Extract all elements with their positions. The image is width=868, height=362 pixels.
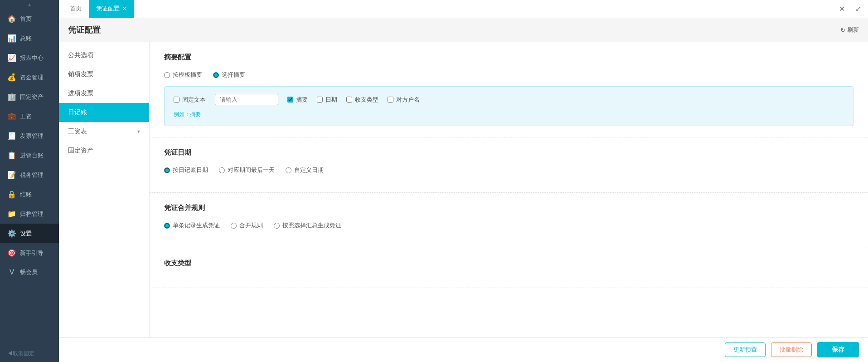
sidebar-item-label: 畅会员	[20, 268, 38, 276]
checkbox-income-type[interactable]: 收支类型	[346, 96, 378, 104]
chevron-down-icon: ▾	[137, 128, 140, 135]
tab-voucher-config-tab[interactable]: 凭证配置✕	[89, 0, 134, 18]
radio-custom-date[interactable]: 自定义日期	[286, 166, 324, 174]
checkbox-abstract[interactable]: 摘要	[287, 96, 308, 104]
left-nav: 公共选项销项发票进项发票日记账工资表▾固定资产	[59, 42, 150, 362]
sidebar-item-membership[interactable]: V 畅会员	[0, 263, 59, 282]
sidebar-item-fund-management[interactable]: 💰 资金管理	[0, 68, 59, 87]
checkbox-fixed-text[interactable]: 固定文本	[174, 96, 206, 104]
sidebar-item-purchase-sales[interactable]: 📋 进销台账	[0, 146, 59, 165]
guide-icon: 🎯	[7, 249, 16, 257]
summary-config-section: 摘要配置 按模板摘要选择摘要 固定文本摘要日期收支类型对方户名 例如：摘要	[150, 42, 868, 137]
voucher-merge-title: 凭证合并规则	[164, 204, 853, 212]
page-title: 凭证配置	[68, 24, 101, 35]
left-nav-item-payroll-table[interactable]: 工资表▾	[59, 122, 149, 141]
left-nav-label: 工资表	[68, 127, 87, 136]
close-window-button[interactable]: ✕	[835, 3, 848, 15]
sidebar: ▲ 🏠 首页 📊 总账 📈 报表中心 💰 资金管理 🏢 固定资产 💼 工资 🧾 …	[0, 0, 59, 362]
page-header: 凭证配置 ↻ 刷新	[59, 18, 868, 42]
tab-label: 凭证配置	[96, 5, 120, 13]
left-nav-item-sales-invoice[interactable]: 销项发票	[59, 65, 149, 84]
voucher-date-title: 凭证日期	[164, 148, 853, 157]
home-icon: 🏠	[7, 15, 16, 23]
summary-example: 例如：摘要	[174, 111, 844, 118]
settings-icon: ⚙️	[7, 229, 16, 238]
ledger-icon: 📊	[7, 34, 16, 43]
sidebar-item-label: 结账	[20, 191, 32, 199]
refresh-button[interactable]: ↻ 刷新	[840, 26, 859, 34]
voucher-merge-radio-group: 单条记录生成凭证合并规则按照选择汇总生成凭证	[164, 221, 853, 230]
sidebar-item-label: 设置	[20, 230, 32, 238]
batch-delete-button[interactable]: 批量删除	[771, 342, 812, 357]
sidebar-item-invoice-management[interactable]: 🧾 发票管理	[0, 126, 59, 146]
sidebar-item-archive-management[interactable]: 📁 归档管理	[0, 204, 59, 224]
sidebar-item-fixed-assets[interactable]: 🏢 固定资产	[0, 87, 59, 107]
sidebar-item-label: 归档管理	[20, 210, 44, 218]
radio-batch-generate[interactable]: 按照选择汇总生成凭证	[274, 221, 341, 230]
sidebar-item-label: 新手引导	[20, 249, 44, 257]
left-nav-item-public-options[interactable]: 公共选项	[59, 46, 149, 65]
sidebar-item-home[interactable]: 🏠 首页	[0, 9, 59, 29]
sidebar-item-report-center[interactable]: 📈 报表中心	[0, 48, 59, 68]
sidebar-item-label: 固定资产	[20, 93, 44, 101]
tax-management-icon: 📝	[7, 171, 16, 179]
sidebar-item-closing[interactable]: 🔒 结账	[0, 185, 59, 204]
page-content: 凭证配置 ↻ 刷新 公共选项销项发票进项发票日记账工资表▾固定资产 摘要配置 按…	[59, 18, 868, 362]
summary-config-title: 摘要配置	[164, 53, 853, 62]
radio-merge-rules[interactable]: 合并规则	[231, 221, 263, 230]
update-preview-button[interactable]: 更新预置	[725, 342, 766, 357]
left-nav-label: 固定资产	[68, 147, 93, 155]
right-content: 摘要配置 按模板摘要选择摘要 固定文本摘要日期收支类型对方户名 例如：摘要 凭证…	[150, 42, 868, 362]
left-nav-item-fixed-assets-nav[interactable]: 固定资产	[59, 141, 149, 160]
sidebar-item-tax-management[interactable]: 📝 税务管理	[0, 165, 59, 185]
left-nav-label: 日记账	[68, 108, 87, 117]
radio-last-day-of-period[interactable]: 对应期间最后一天	[219, 166, 275, 174]
fixed-assets-icon: 🏢	[7, 93, 16, 101]
sidebar-item-label: 进销台账	[20, 152, 44, 160]
tab-home-tab[interactable]: 首页	[63, 0, 89, 18]
membership-icon: V	[7, 268, 16, 276]
summary-radio-group: 按模板摘要选择摘要	[164, 71, 853, 79]
summary-config-box: 固定文本摘要日期收支类型对方户名 例如：摘要	[164, 86, 853, 126]
fixed-text-input[interactable]	[215, 94, 278, 105]
sidebar-scroll-up[interactable]: ▲	[0, 0, 59, 9]
left-nav-item-journal[interactable]: 日记账	[59, 103, 149, 122]
checkbox-date[interactable]: 日期	[317, 96, 337, 104]
left-nav-label: 公共选项	[68, 51, 93, 59]
sidebar-item-settings[interactable]: ⚙️ 设置	[0, 224, 59, 243]
tab-label: 首页	[70, 5, 82, 13]
save-button[interactable]: 保存	[817, 342, 859, 357]
voucher-merge-section: 凭证合并规则 单条记录生成凭证合并规则按照选择汇总生成凭证	[150, 193, 868, 248]
sidebar-item-label: 税务管理	[20, 171, 44, 179]
radio-select-summary[interactable]: 选择摘要	[213, 71, 245, 79]
sidebar-item-guide[interactable]: 🎯 新手引导	[0, 243, 59, 263]
purchase-sales-icon: 📋	[7, 151, 16, 160]
main-area: 首页凭证配置✕ ✕ ⤢ 凭证配置 ↻ 刷新 公共选项销项发票进项发票日记账工资表…	[59, 0, 868, 362]
tab-bar: 首页凭证配置✕ ✕ ⤢	[59, 0, 868, 18]
left-nav-label: 销项发票	[68, 70, 93, 78]
radio-single-record[interactable]: 单条记录生成凭证	[164, 221, 220, 230]
bottom-bar: 更新预置 批量删除 保存	[59, 337, 868, 362]
invoice-management-icon: 🧾	[7, 132, 16, 140]
sidebar-item-label: 报表中心	[20, 54, 44, 62]
left-nav-item-purchase-invoice[interactable]: 进项发票	[59, 84, 149, 103]
sidebar-item-label: 发票管理	[20, 132, 44, 140]
closing-icon: 🔒	[7, 190, 16, 199]
refresh-icon: ↻	[840, 27, 845, 34]
income-type-section: 收支类型	[150, 248, 868, 288]
sidebar-item-ledger[interactable]: 📊 总账	[0, 29, 59, 48]
report-center-icon: 📈	[7, 54, 16, 62]
radio-by-journal-date[interactable]: 按日记账日期	[164, 166, 208, 174]
maximize-window-button[interactable]: ⤢	[852, 3, 864, 15]
checkbox-counterparty[interactable]: 对方户名	[388, 96, 420, 104]
sidebar-item-payroll[interactable]: 💼 工资	[0, 107, 59, 126]
radio-template-summary[interactable]: 按模板摘要	[164, 71, 202, 79]
tab-close-icon[interactable]: ✕	[122, 5, 127, 12]
sidebar-item-label: 资金管理	[20, 73, 44, 82]
archive-management-icon: 📁	[7, 210, 16, 218]
left-nav-label: 进项发票	[68, 89, 93, 98]
sidebar-item-label: 总账	[20, 34, 32, 43]
sidebar-unpin-button[interactable]: ◀取消固定	[0, 345, 59, 362]
sidebar-item-label: 工资	[20, 113, 32, 121]
income-type-title: 收支类型	[164, 259, 853, 268]
